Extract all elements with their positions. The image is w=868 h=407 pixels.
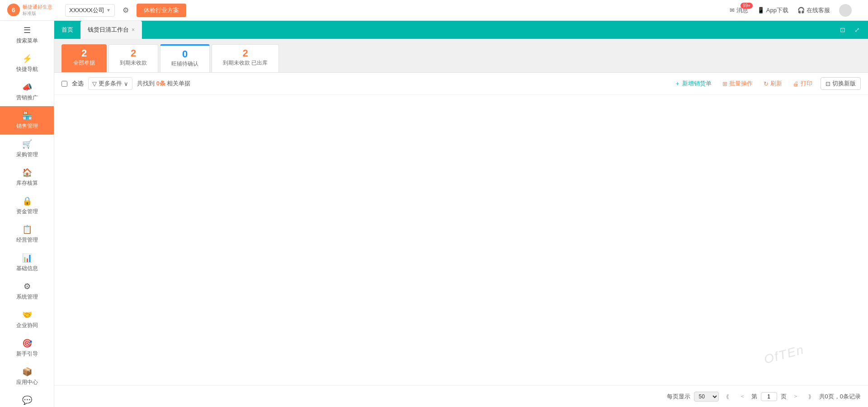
refresh-icon: ↻ <box>764 80 769 87</box>
sidebar-item-system[interactable]: ⚙ 系统管理 <box>0 277 54 305</box>
sidebar-item-base-info[interactable]: 📊 基础信息 <box>0 248 54 277</box>
sidebar-label-finance: 资金管理 <box>16 208 38 215</box>
work-area: 2 全部单据 2 到期未收款 0 旺辅待确认 2 到期未收款 已出库 <box>54 39 868 407</box>
sidebar-label-guide: 新手引导 <box>16 350 38 358</box>
status-tabs: 2 全部单据 2 到期未收款 0 旺辅待确认 2 到期未收款 已出库 <box>54 39 868 73</box>
print-label: 打印 <box>801 80 812 88</box>
content-area: 首页 钱货日清工作台 × ⊡ ⤢ 2 全部单据 2 到期未收款 <box>54 21 868 407</box>
filter-icon: ▽ <box>92 80 97 87</box>
main-layout: ☰ 搜索菜单 ⚡ 快捷导航 📣 营销推广 🏪 销售管理 🛒 采购管理 🏠 库存核… <box>0 21 868 407</box>
status-label-wangwang: 旺辅待确认 <box>171 60 198 68</box>
page-suffix: 页 <box>781 393 787 401</box>
sidebar-item-wechat[interactable]: 💬 企业微信 <box>0 391 54 407</box>
page-prev-btn[interactable]: ＜ <box>737 391 748 402</box>
filter-chevron-icon: ∨ <box>124 80 128 87</box>
status-tab-shipped[interactable]: 2 到期未收款 已出库 <box>212 44 279 72</box>
switch-version-button[interactable]: ⊡ 切换新版 <box>821 77 861 90</box>
pagination: 每页显示 50 20 100 ⟪ ＜ 第 页 ＞ ⟫ 共0页，0条记录 <box>54 385 868 407</box>
page-next-btn[interactable]: ＞ <box>790 391 801 402</box>
new-order-button[interactable]: ＋ 新增销货单 <box>672 78 714 89</box>
tab-controls: ⊡ ⤢ <box>837 24 868 35</box>
online-support-action[interactable]: 🎧 在线客服 <box>797 6 830 14</box>
trial-button[interactable]: 体验行业方案 <box>137 4 186 17</box>
sidebar-label-inventory: 库存核算 <box>16 179 38 187</box>
sidebar-item-guide[interactable]: 🎯 新手引导 <box>0 334 54 362</box>
sidebar-item-quick-nav[interactable]: ⚡ 快捷导航 <box>0 49 54 78</box>
tab-cash-work[interactable]: 钱货日清工作台 × <box>80 21 142 39</box>
sidebar-label-quicknav: 快捷导航 <box>16 65 38 73</box>
page-first-btn[interactable]: ⟪ <box>722 391 733 402</box>
sidebar-item-search-menu[interactable]: ☰ 搜索菜单 <box>0 21 54 49</box>
online-support-label: 在线客服 <box>807 6 830 14</box>
batch-ops-button[interactable]: ⊞ 批量操作 <box>720 78 755 89</box>
header-left: 6 畅捷通好生意 标准版 XXXXXX公司 ▼ ⚙ 体验行业方案 <box>7 3 186 18</box>
sidebar-item-inventory[interactable]: 🏠 库存核算 <box>0 163 54 192</box>
print-button[interactable]: 🖨 打印 <box>790 78 815 89</box>
search-menu-icon: ☰ <box>24 25 31 35</box>
tab-maximize-icon[interactable]: ⤢ <box>852 24 863 35</box>
company-selector[interactable]: XXXXXX公司 ▼ <box>65 4 115 17</box>
sidebar-label-baseinfo: 基础信息 <box>16 265 38 272</box>
refresh-button[interactable]: ↻ 刷新 <box>761 78 785 89</box>
total-text: 共0页，0条记录 <box>819 393 861 401</box>
sales-icon: 🏪 <box>22 111 32 121</box>
sidebar-item-operations[interactable]: 📋 经营管理 <box>0 220 54 248</box>
sidebar-item-marketing[interactable]: 📣 营销推广 <box>0 78 54 106</box>
status-tab-overdue[interactable]: 2 到期未收款 <box>108 44 158 72</box>
operations-icon: 📋 <box>22 225 32 234</box>
toolbar: 全选 ▽ 更多条件 ∨ 共找到 0条 相关单据 ＋ 新增销货单 <box>54 73 868 95</box>
message-badge: 99+ <box>741 3 753 9</box>
guide-icon: 🎯 <box>22 338 32 348</box>
wechat-icon: 💬 <box>22 395 32 405</box>
batch-icon: ⊞ <box>722 80 727 87</box>
sidebar-item-sales[interactable]: 🏪 销售管理 <box>0 106 54 135</box>
found-text: 共找到 0条 相关单据 <box>137 80 190 88</box>
status-count-all: 2 <box>81 48 87 58</box>
per-page-select[interactable]: 50 20 100 <box>694 392 719 402</box>
avatar[interactable] <box>839 4 852 17</box>
message-action[interactable]: ✉ 消息 99+ <box>730 6 748 14</box>
switch-icon: ⊡ <box>826 80 830 87</box>
app-download-action[interactable]: 📱 App下载 <box>757 6 788 14</box>
status-tab-all[interactable]: 2 全部单据 <box>61 44 107 72</box>
edition-label: 标准版 <box>23 10 52 17</box>
logo-icon: 6 <box>7 4 20 16</box>
status-label-overdue: 到期未收款 <box>120 59 147 67</box>
status-tab-wangwang[interactable]: 0 旺辅待确认 <box>160 44 210 72</box>
status-count-wangwang: 0 <box>182 49 188 59</box>
sidebar-item-purchase[interactable]: 🛒 采购管理 <box>0 135 54 163</box>
tab-home[interactable]: 首页 <box>54 21 80 39</box>
tab-close-icon[interactable]: × <box>132 27 135 33</box>
brand-name: 畅捷通好生意 <box>23 4 52 10</box>
refresh-label: 刷新 <box>770 80 782 88</box>
support-icon: 🎧 <box>797 7 805 14</box>
sidebar-item-appcenter[interactable]: 📦 应用中心 <box>0 362 54 391</box>
finance-icon: 🔒 <box>22 196 32 206</box>
batch-ops-label: 批量操作 <box>729 80 753 88</box>
sidebar-label-marketing: 营销推广 <box>16 94 38 102</box>
logo-area: 6 畅捷通好生意 标准版 <box>7 4 61 16</box>
found-prefix: 共找到 <box>137 80 155 87</box>
status-label-shipped: 到期未收款 已出库 <box>223 59 268 67</box>
company-name: XXXXXX公司 <box>69 6 104 14</box>
select-all-checkbox[interactable] <box>61 81 67 87</box>
print-icon: 🖨 <box>793 80 799 87</box>
system-icon: ⚙ <box>24 281 31 291</box>
page-input[interactable] <box>761 392 777 401</box>
found-suffix: 相关单据 <box>167 80 190 87</box>
settings-icon[interactable]: ⚙ <box>118 3 133 18</box>
select-all-label: 全选 <box>72 80 84 88</box>
sidebar-item-cooperation[interactable]: 🤝 企业协同 <box>0 305 54 334</box>
appcenter-icon: 📦 <box>22 367 32 377</box>
page-label: 第 <box>751 393 757 401</box>
sidebar-item-finance[interactable]: 🔒 资金管理 <box>0 192 54 220</box>
filter-button[interactable]: ▽ 更多条件 ∨ <box>88 77 132 90</box>
message-icon: ✉ <box>730 7 735 14</box>
sidebar-label-operations: 经营管理 <box>16 236 38 244</box>
sidebar-label-search: 搜索菜单 <box>16 37 38 45</box>
download-icon: 📱 <box>757 7 764 14</box>
toolbar-right: ＋ 新增销货单 ⊞ 批量操作 ↻ 刷新 🖨 打印 <box>672 77 861 90</box>
tab-restore-icon[interactable]: ⊡ <box>837 24 848 35</box>
page-last-btn[interactable]: ⟫ <box>805 391 816 402</box>
quick-nav-icon: ⚡ <box>22 54 32 64</box>
